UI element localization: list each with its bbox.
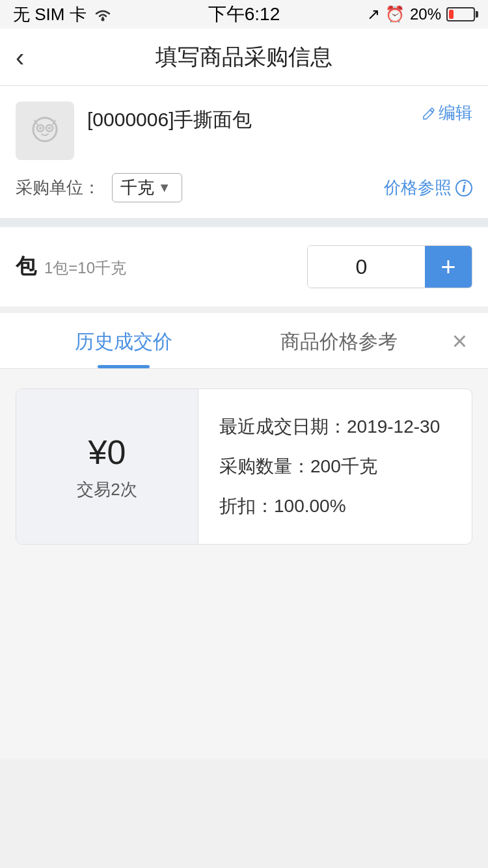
quantity-input[interactable]	[308, 246, 425, 288]
purchase-qty-value: 200千克	[310, 456, 377, 476]
purchase-qty-label: 采购数量：	[219, 456, 310, 476]
status-bar: 无 SIM 卡 下午6:12 ↗ ⏰ 20%	[0, 0, 488, 29]
nav-bar: ‹ 填写商品采购信息	[0, 29, 488, 86]
status-time: 下午6:12	[208, 2, 280, 27]
price-detail: 最近成交日期：2019-12-30 采购数量：200千克 折扣：100.00%	[198, 389, 472, 544]
status-right: ↗ ⏰ 20%	[367, 5, 475, 23]
wifi-icon	[93, 7, 113, 21]
quantity-conversion: 1包=10千克	[44, 258, 126, 278]
discount-value: 100.00%	[274, 496, 346, 516]
recent-date-label: 最近成交日期：	[219, 416, 347, 437]
discount-label: 折扣：	[219, 496, 274, 516]
tab-price-ref-label: 商品价格参考	[280, 331, 398, 352]
battery-percent: 20%	[410, 5, 441, 23]
unit-select[interactable]: 千克 ▼	[112, 173, 182, 202]
currency-symbol: ¥	[88, 433, 107, 471]
tab-close-button[interactable]: ×	[447, 328, 472, 354]
edit-button[interactable]: 编辑	[422, 102, 472, 124]
content-area: ¥0 交易2次 最近成交日期：2019-12-30 采购数量：200千克 折扣：…	[0, 369, 488, 759]
info-icon: i	[455, 180, 472, 197]
price-history-card: ¥0 交易2次 最近成交日期：2019-12-30 采购数量：200千克 折扣：…	[16, 388, 472, 545]
tab-price-ref[interactable]: 商品价格参考	[231, 313, 446, 368]
status-left: 无 SIM 卡	[13, 3, 113, 26]
svg-point-0	[101, 18, 104, 21]
product-left: [0000006]手撕面包	[16, 102, 252, 160]
page-title: 填写商品采购信息	[156, 42, 332, 72]
unit-label: 采购单位：	[16, 178, 100, 197]
discount-row: 折扣：100.00%	[219, 492, 451, 521]
unit-row: 采购单位： 千克 ▼ 价格参照 i	[16, 173, 472, 202]
price-value: 0	[107, 433, 126, 471]
price-ref-button[interactable]: 价格参照 i	[384, 176, 472, 199]
section-divider	[0, 218, 488, 227]
quantity-unit: 包	[16, 252, 36, 281]
price-summary: ¥0 交易2次	[16, 389, 198, 544]
product-image	[16, 102, 74, 160]
price-ref-label: 价格参照	[384, 176, 452, 199]
recent-date-row: 最近成交日期：2019-12-30	[219, 413, 451, 442]
price-transactions: 交易2次	[77, 478, 137, 501]
location-icon: ↗	[367, 5, 380, 23]
tab-history-price[interactable]: 历史成交价	[16, 313, 231, 368]
edit-icon	[422, 106, 436, 120]
quantity-input-group[interactable]: +	[307, 245, 472, 288]
recent-date-value: 2019-12-30	[347, 416, 440, 437]
quantity-label-group: 包 1包=10千克	[16, 252, 126, 281]
price-amount: ¥0	[88, 433, 126, 472]
alarm-icon: ⏰	[385, 5, 405, 23]
product-header: [0000006]手撕面包 编辑	[16, 102, 472, 160]
svg-point-5	[48, 127, 51, 129]
svg-point-4	[39, 127, 42, 129]
battery-icon	[446, 7, 475, 21]
tab-bar: 历史成交价 商品价格参考 ×	[0, 313, 488, 369]
tab-history-label: 历史成交价	[75, 331, 172, 352]
quantity-plus-button[interactable]: +	[425, 246, 472, 288]
product-name: [0000006]手撕面包	[87, 107, 252, 133]
battery-fill	[449, 10, 454, 19]
unit-value: 千克	[120, 176, 154, 199]
unit-label-group: 采购单位： 千克 ▼	[16, 173, 182, 202]
carrier-text: 无 SIM 卡	[13, 3, 87, 26]
product-card: [0000006]手撕面包 编辑 采购单位： 千克 ▼ 价格参照 i	[0, 86, 488, 218]
quantity-row: 包 1包=10千克 +	[0, 227, 488, 306]
dropdown-arrow-icon: ▼	[158, 180, 171, 195]
product-logo-icon	[25, 111, 64, 150]
purchase-qty-row: 采购数量：200千克	[219, 452, 451, 481]
back-button[interactable]: ‹	[16, 44, 24, 70]
edit-label: 编辑	[439, 102, 472, 124]
